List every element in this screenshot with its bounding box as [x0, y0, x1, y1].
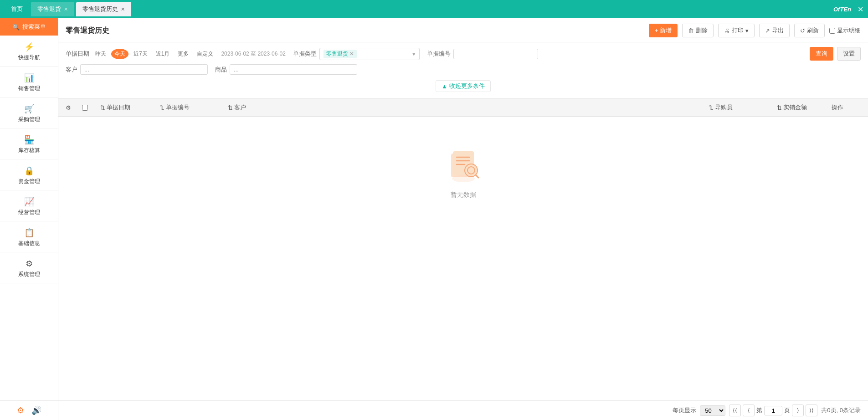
export-button[interactable]: ↗ 导出: [759, 24, 790, 37]
sales-icon: 📊: [24, 73, 34, 83]
add-button[interactable]: + 新增: [649, 24, 678, 37]
retail-return-tab[interactable]: 零售退货 ✕: [31, 2, 74, 16]
collapse-icon: ▲: [442, 83, 447, 90]
doc-type-tag-close[interactable]: ✕: [349, 51, 354, 57]
col-header-action: 操作: [828, 103, 864, 112]
show-detail-checkbox-label[interactable]: 显示明细: [829, 26, 861, 35]
doc-type-select[interactable]: 零售退货 ✕ ▾: [319, 48, 420, 60]
table-container: ⚙ ⇅ 单据日期 ⇅ 单据编号 ⇅ 客户 ⇅: [58, 99, 868, 400]
doc-type-filter: 单据类型 零售退货 ✕ ▾: [293, 48, 420, 60]
empty-text: 暂无数据: [451, 191, 476, 199]
settings-button[interactable]: 设置: [837, 47, 861, 61]
filter-area: 单据日期 昨天 今天 近7天 近1月 更多 自定义 2023-06-02 至 2…: [58, 42, 868, 99]
home-tab[interactable]: 首页: [5, 2, 29, 16]
page-last-button[interactable]: ⟩⟩: [806, 405, 817, 416]
page-first-button[interactable]: ⟨⟨: [729, 405, 741, 416]
date-7days[interactable]: 近7天: [130, 49, 151, 59]
customer-input[interactable]: ...: [80, 64, 208, 75]
goods-label: 商品: [215, 66, 227, 74]
sidebar-search[interactable]: 🔍 搜索菜单: [0, 18, 58, 36]
sidebar-item-inventory[interactable]: 🏪 库存核算: [0, 128, 58, 159]
finance-icon: 🔒: [24, 166, 34, 176]
search-icon: 🔍: [12, 24, 20, 31]
sidebar-speaker-icon[interactable]: 🔊: [31, 405, 41, 415]
print-icon: 🖨: [724, 27, 730, 34]
col-header-customer: ⇅ 客户: [224, 103, 705, 112]
col-header-guide: ⇅ 导购员: [705, 103, 773, 112]
close-tab1-icon[interactable]: ✕: [64, 6, 68, 12]
quick-nav-icon: ⚡: [24, 42, 34, 52]
per-page-select[interactable]: 20 50 100 200: [700, 405, 725, 416]
system-icon: ⚙: [26, 259, 33, 269]
col-header-date: ⇅ 单据日期: [97, 103, 156, 112]
brand-label: OfTEn: [833, 6, 851, 13]
sidebar-item-system[interactable]: ⚙ 系统管理: [0, 252, 58, 283]
topbar: 首页 零售退货 ✕ 零售退货历史 ✕ OfTEn ✕: [0, 0, 868, 18]
page-prev-button[interactable]: ⟨: [743, 405, 755, 416]
page-label: 第: [756, 406, 762, 415]
date-label: 单据日期: [66, 50, 89, 58]
col-header-amount: ⇅ 实销金额: [773, 103, 828, 112]
sort-customer-icon[interactable]: ⇅: [228, 104, 233, 111]
column-settings-icon[interactable]: ⚙: [66, 104, 71, 111]
filter-row-2: 客户 ... 商品 ...: [66, 64, 861, 75]
print-dropdown-icon: ▾: [745, 27, 749, 34]
retail-return-history-tab[interactable]: 零售退货历史 ✕: [76, 2, 131, 16]
sidebar-item-base-info[interactable]: 📋 基础信息: [0, 221, 58, 252]
date-filter: 单据日期 昨天 今天 近7天 近1月 更多 自定义 2023-06-02 至 2…: [66, 49, 286, 59]
date-today[interactable]: 今天: [111, 49, 128, 59]
window-close-icon[interactable]: ✕: [858, 5, 863, 14]
sort-date-icon[interactable]: ⇅: [100, 104, 105, 111]
sidebar-settings-icon[interactable]: ⚙: [17, 405, 24, 415]
collapse-container: ▲ 收起更多条件: [66, 78, 861, 94]
delete-button[interactable]: 🗑 删除: [682, 24, 714, 37]
date-range-display: 2023-06-02 至 2023-06-02: [221, 50, 285, 58]
sort-guide-icon[interactable]: ⇅: [709, 104, 714, 111]
sidebar-item-purchase[interactable]: 🛒 采购管理: [0, 97, 58, 128]
show-detail-checkbox[interactable]: [829, 28, 835, 34]
page-input[interactable]: [764, 406, 782, 415]
goods-filter: 商品 ...: [215, 64, 357, 75]
page-title: 零售退货历史: [66, 26, 109, 36]
sidebar-item-operations[interactable]: 📈 经营管理: [0, 190, 58, 221]
sort-amount-icon[interactable]: ⇅: [777, 104, 782, 111]
sort-number-icon[interactable]: ⇅: [159, 104, 164, 111]
select-all-checkbox-wrapper[interactable]: [78, 105, 97, 111]
date-1month[interactable]: 近1月: [153, 49, 173, 59]
date-more[interactable]: 更多: [175, 49, 192, 59]
customer-filter: 客户 ...: [66, 64, 208, 75]
empty-icon: [443, 144, 484, 185]
content-area: 零售退货历史 + 新增 🗑 删除 🖨 打印 ▾ ↗ 导出 ↺: [58, 18, 868, 420]
column-settings[interactable]: ⚙: [62, 104, 78, 111]
query-button[interactable]: 查询: [810, 47, 833, 61]
doc-number-filter: 单据编号: [427, 49, 538, 59]
doc-number-input[interactable]: [453, 49, 538, 59]
doc-type-chevron-icon: ▾: [412, 51, 416, 57]
export-icon: ↗: [765, 27, 770, 34]
operations-icon: 📈: [24, 197, 34, 207]
main-layout: 🔍 搜索菜单 ⚡ 快捷导航 📊 销售管理 🛒 采购管理 🏪 库存核算 🔒 资金管…: [0, 18, 868, 420]
refresh-button[interactable]: ↺ 刷新: [794, 24, 825, 37]
sidebar-item-quick-nav[interactable]: ⚡ 快捷导航: [0, 36, 58, 67]
sidebar-bottom: ⚙ 🔊: [0, 400, 58, 420]
sidebar-item-sales[interactable]: 📊 销售管理: [0, 67, 58, 97]
page-nav: ⟨⟨ ⟨ 第 页 ⟩ ⟩⟩: [729, 405, 817, 416]
sidebar: 🔍 搜索菜单 ⚡ 快捷导航 📊 销售管理 🛒 采购管理 🏪 库存核算 🔒 资金管…: [0, 18, 58, 420]
select-all-checkbox[interactable]: [82, 105, 88, 111]
date-custom[interactable]: 自定义: [194, 49, 216, 59]
page-next-button[interactable]: ⟩: [792, 405, 804, 416]
date-yesterday[interactable]: 昨天: [92, 49, 109, 59]
doc-type-tag: 零售退货 ✕: [324, 50, 357, 58]
header-actions: + 新增 🗑 删除 🖨 打印 ▾ ↗ 导出 ↺ 刷新: [649, 24, 861, 37]
print-button[interactable]: 🖨 打印 ▾: [718, 24, 755, 37]
goods-input[interactable]: ...: [230, 64, 357, 75]
close-tab2-icon[interactable]: ✕: [121, 6, 125, 12]
sidebar-item-finance[interactable]: 🔒 资金管理: [0, 159, 58, 190]
page-total: 共0页, 0条记录: [821, 406, 861, 415]
refresh-icon: ↺: [800, 27, 805, 34]
svg-line-8: [476, 175, 478, 178]
empty-state: 暂无数据: [58, 117, 868, 226]
filter-row-1: 单据日期 昨天 今天 近7天 近1月 更多 自定义 2023-06-02 至 2…: [66, 47, 861, 61]
collapse-button[interactable]: ▲ 收起更多条件: [436, 80, 491, 92]
col-header-number: ⇅ 单据编号: [156, 103, 224, 112]
